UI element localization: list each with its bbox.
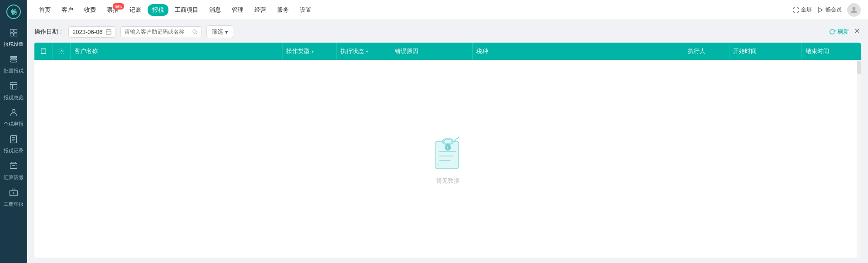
- scrollbar[interactable]: [857, 60, 861, 258]
- app-logo[interactable]: 畅: [5, 4, 22, 20]
- calendar-icon: [106, 29, 112, 35]
- th-tax-type: 税种: [473, 43, 685, 60]
- new-badge: new: [113, 3, 124, 10]
- svg-rect-3: [14, 29, 17, 33]
- user-avatar[interactable]: [847, 3, 861, 17]
- th-end-time: 结束时间: [802, 43, 861, 60]
- fullscreen-button[interactable]: 全屏: [793, 6, 812, 14]
- svg-point-33: [61, 50, 62, 52]
- svg-rect-4: [10, 33, 14, 36]
- fullscreen-icon: [793, 7, 799, 13]
- svg-rect-17: [10, 163, 17, 169]
- nav-item-management[interactable]: 管理: [227, 4, 248, 16]
- th-executor: 执行人: [684, 43, 729, 60]
- svg-marker-22: [819, 7, 822, 12]
- table-header: 客户名称 操作类型 ▾ 执行状态 ▾ 错误原因 税种 执行人: [34, 43, 861, 60]
- date-label: 操作日期：: [34, 28, 64, 36]
- checkbox-icon: [40, 48, 47, 54]
- nav-item-settings[interactable]: 设置: [295, 4, 316, 16]
- sidebar-item-label: 报税总览: [4, 94, 24, 101]
- exec-status-filter-icon[interactable]: ▾: [366, 49, 368, 54]
- svg-rect-7: [10, 58, 16, 60]
- svg-rect-36: [444, 140, 451, 143]
- nav-item-accounts[interactable]: 记账: [125, 4, 146, 16]
- th-start-time: 开始时间: [729, 43, 802, 60]
- nav-item-business[interactable]: 工商项目: [170, 4, 203, 16]
- sidebar-item-batch-tax[interactable]: 批量报税: [0, 51, 27, 78]
- toolbar-right: 刷新: [829, 27, 861, 36]
- member-button[interactable]: 畅会员: [817, 6, 842, 14]
- nav-right: 全屏 畅会员: [793, 3, 861, 17]
- nav-item-home[interactable]: 首页: [34, 4, 55, 16]
- date-picker[interactable]: 2023-06-06: [68, 26, 116, 38]
- top-nav: 首页 客户 收费 票据 new 记账 报税 工商项目 消息 管理 经营 服务 设…: [27, 0, 868, 20]
- th-checkbox[interactable]: [34, 43, 53, 60]
- svg-point-28: [193, 30, 196, 33]
- nav-item-billing[interactable]: 收费: [80, 4, 101, 16]
- svg-point-44: [437, 164, 439, 166]
- filter-button[interactable]: 筛选 ▾: [206, 25, 233, 38]
- nav-item-tax[interactable]: 报税: [148, 4, 168, 16]
- sidebar-item-tax-summary[interactable]: 报税总览: [0, 78, 27, 104]
- svg-rect-32: [41, 49, 46, 54]
- th-op-type: 操作类型 ▾: [283, 43, 337, 60]
- sidebar-item-tax-records[interactable]: 报税记录: [0, 131, 27, 158]
- empty-illustration: !: [430, 132, 466, 173]
- tax-settings-icon: [9, 28, 18, 40]
- settings-icon: [58, 48, 65, 54]
- video-icon: [817, 7, 824, 13]
- sidebar-item-label: 个税申报: [4, 121, 24, 127]
- content-area: 操作日期： 2023-06-06 筛选 ▾: [27, 20, 868, 263]
- sidebar-item-label: 报税设置: [4, 41, 24, 47]
- svg-rect-6: [10, 56, 16, 58]
- personal-tax-icon: [9, 108, 18, 120]
- sidebar-item-label: 报税记录: [4, 147, 24, 154]
- sidebar-item-annual-report[interactable]: 工商年报: [0, 184, 27, 211]
- filter-chevron-icon: ▾: [225, 29, 228, 35]
- th-customer: 客户名称: [71, 43, 283, 60]
- sidebar-item-label: 汇算清缴: [4, 174, 24, 180]
- th-error-reason: 错误原因: [391, 43, 473, 60]
- nav-item-services[interactable]: 服务: [273, 4, 293, 16]
- refresh-label: 刷新: [837, 28, 849, 36]
- batch-tax-icon: [9, 55, 18, 67]
- svg-text:!: !: [447, 146, 448, 150]
- tax-summary-icon: [9, 81, 18, 93]
- nav-item-customers[interactable]: 客户: [57, 4, 78, 16]
- svg-point-23: [853, 7, 856, 10]
- refresh-icon: [829, 29, 835, 35]
- svg-line-29: [196, 33, 197, 34]
- svg-rect-5: [14, 33, 17, 36]
- tax-records-icon: [9, 135, 18, 146]
- filter-label: 筛选: [211, 28, 223, 36]
- empty-state: ! 暂无数据: [34, 60, 861, 258]
- th-exec-status: 执行状态 ▾: [337, 43, 391, 60]
- svg-point-45: [457, 166, 458, 167]
- op-type-filter-icon[interactable]: ▾: [312, 49, 314, 54]
- sidebar-item-settlement[interactable]: 汇算清缴: [0, 157, 27, 184]
- table-container: 客户名称 操作类型 ▾ 执行状态 ▾ 错误原因 税种 执行人: [34, 43, 861, 258]
- close-icon: [854, 27, 861, 34]
- date-value: 2023-06-06: [72, 29, 103, 35]
- sidebar-item-label: 批量报税: [4, 68, 24, 74]
- th-settings[interactable]: [53, 43, 71, 60]
- annual-report-icon: [9, 188, 18, 200]
- nav-item-messages[interactable]: 消息: [205, 4, 225, 16]
- svg-rect-8: [10, 61, 16, 62]
- svg-rect-9: [10, 83, 17, 89]
- nav-item-operations[interactable]: 经营: [250, 4, 271, 16]
- scroll-thumb[interactable]: [857, 61, 861, 74]
- sidebar-item-personal-tax[interactable]: 个税申报: [0, 104, 27, 131]
- refresh-button[interactable]: 刷新: [829, 28, 849, 36]
- settlement-icon: [9, 161, 18, 173]
- toolbar: 操作日期： 2023-06-06 筛选 ▾: [34, 25, 861, 38]
- close-button[interactable]: [854, 27, 861, 36]
- nav-item-invoices[interactable]: 票据 new: [102, 4, 123, 16]
- sidebar-item-tax-settings[interactable]: 报税设置: [0, 24, 27, 51]
- search-input[interactable]: [125, 29, 190, 35]
- svg-rect-2: [10, 29, 14, 33]
- fullscreen-label: 全屏: [801, 6, 812, 14]
- nav-items: 首页 客户 收费 票据 new 记账 报税 工商项目 消息 管理 经营 服务 设…: [34, 4, 793, 16]
- avatar-icon: [849, 5, 858, 15]
- search-box[interactable]: [120, 26, 202, 37]
